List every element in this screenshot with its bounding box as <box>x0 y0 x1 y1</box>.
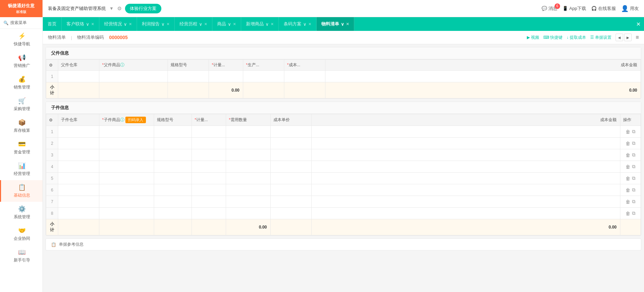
tab-operations[interactable]: 经营情况 ∨ ✕ <box>99 17 137 31</box>
sidebar-item-finance[interactable]: 💳 资金管理 <box>0 137 42 159</box>
child-goods-3[interactable] <box>99 149 154 161</box>
shortcut-action[interactable]: ⌨ 快捷键 <box>543 35 562 40</box>
tab-history[interactable]: 经营历程 ∨ ✕ <box>175 17 212 31</box>
child-unit-cost-5[interactable] <box>271 173 312 184</box>
parent-warehouse-cell[interactable] <box>58 71 99 82</box>
parent-unit-cell[interactable] <box>209 71 243 82</box>
child-unit-3[interactable] <box>192 149 226 161</box>
copy-row-3-btn[interactable]: ⧉ <box>632 152 635 158</box>
sidebar-item-marketing[interactable]: 📢 营销推广 <box>0 50 42 72</box>
sidebar-item-search[interactable]: 🔍 搜索菜单 <box>0 17 42 29</box>
tab-barcode-close[interactable]: ✕ <box>308 22 311 26</box>
child-qty-6[interactable] <box>226 184 271 196</box>
dropdown-arrow-icon[interactable]: ▼ <box>109 6 114 11</box>
tab-add-goods-close[interactable]: ✕ <box>271 22 274 26</box>
view-action[interactable]: ▶ 视频 <box>527 35 539 40</box>
child-spec-1[interactable] <box>154 126 192 138</box>
sidebar-item-basic-info[interactable]: 📋 基础信息 <box>0 180 42 202</box>
child-unit-cost-3[interactable] <box>271 149 312 161</box>
parent-cost-cell[interactable] <box>284 71 325 82</box>
copy-row-8-btn[interactable]: ⧉ <box>632 210 635 216</box>
tab-add-goods[interactable]: 新增商品 ∨ ✕ <box>241 17 279 31</box>
user-btn[interactable]: 👤 用友 <box>621 5 639 12</box>
child-qty-5[interactable] <box>226 173 271 184</box>
tab-bom[interactable]: 物料清单 ∨ ✕ <box>317 17 354 31</box>
single-settings-action[interactable]: ☰ 单据设置 <box>590 35 611 40</box>
child-warehouse-5[interactable] <box>58 173 99 184</box>
message-btn[interactable]: 💬 消息 6 <box>542 5 557 12</box>
tab-home[interactable]: 首页 <box>43 17 62 31</box>
tab-barcode[interactable]: 条码方案 ∨ ✕ <box>279 17 317 31</box>
copy-row-2-btn[interactable]: ⧉ <box>632 140 635 146</box>
child-unit-cost-1[interactable] <box>271 126 312 138</box>
child-spec-8[interactable] <box>154 208 192 219</box>
parent-goods-cell[interactable] <box>99 71 168 82</box>
child-col-settings[interactable]: ⚙ <box>46 114 58 126</box>
child-unit-cost-4[interactable] <box>271 161 312 173</box>
child-unit-cost-7[interactable] <box>271 196 312 208</box>
child-unit-6[interactable] <box>192 184 226 196</box>
delete-row-8-btn[interactable]: 🗑 <box>626 211 630 216</box>
child-warehouse-4[interactable] <box>58 161 99 173</box>
child-goods-8[interactable] <box>99 208 154 219</box>
child-qty-1[interactable] <box>226 126 271 138</box>
tab-operations-close[interactable]: ✕ <box>129 22 132 26</box>
child-goods-5[interactable] <box>99 173 154 184</box>
child-unit-4[interactable] <box>192 161 226 173</box>
child-spec-2[interactable] <box>154 138 192 149</box>
child-unit-cost-8[interactable] <box>271 208 312 219</box>
scan-input-btn[interactable]: 扫码录入 <box>125 117 146 123</box>
sidebar-item-enterprise[interactable]: 🤝 企业协同 <box>0 223 42 245</box>
tab-history-close[interactable]: ✕ <box>204 22 207 26</box>
child-qty-2[interactable] <box>226 138 271 149</box>
child-unit-7[interactable] <box>192 196 226 208</box>
child-gear-icon[interactable]: ⚙ <box>49 118 53 122</box>
parent-production-cell[interactable] <box>243 71 284 82</box>
child-spec-3[interactable] <box>154 149 192 161</box>
child-goods-2[interactable] <box>99 138 154 149</box>
gear-settings-icon[interactable]: ⚙ <box>49 63 53 68</box>
copy-row-7-btn[interactable]: ⧉ <box>632 199 635 205</box>
delete-row-5-btn[interactable]: 🗑 <box>626 176 630 181</box>
tab-goods-close[interactable]: ✕ <box>233 22 236 26</box>
child-spec-7[interactable] <box>154 196 192 208</box>
child-goods-7[interactable] <box>99 196 154 208</box>
child-unit-1[interactable] <box>192 126 226 138</box>
child-goods-6[interactable] <box>99 184 154 196</box>
app-download-btn[interactable]: 📱 App下载 <box>562 5 586 12</box>
parent-col-settings[interactable]: ⚙ <box>46 60 58 71</box>
tab-profit-close[interactable]: ✕ <box>166 22 170 26</box>
breadcrumb-bom-list[interactable]: 物料清单 <box>48 34 66 40</box>
copy-row-5-btn[interactable]: ⧉ <box>632 175 635 181</box>
child-warehouse-2[interactable] <box>58 138 99 149</box>
sidebar-item-guide[interactable]: 📖 新手引导 <box>0 245 42 267</box>
trial-btn[interactable]: 体验行业方案 <box>125 4 161 13</box>
sidebar-item-sales[interactable]: 💰 销售管理 <box>0 72 42 94</box>
child-unit-5[interactable] <box>192 173 226 184</box>
copy-row-6-btn[interactable]: ⧉ <box>632 187 635 193</box>
delete-row-7-btn[interactable]: 🗑 <box>626 199 630 205</box>
copy-row-4-btn[interactable]: ⧉ <box>632 164 635 170</box>
child-warehouse-8[interactable] <box>58 208 99 219</box>
child-spec-5[interactable] <box>154 173 192 184</box>
child-warehouse-3[interactable] <box>58 149 99 161</box>
delete-row-1-btn[interactable]: 🗑 <box>626 129 630 135</box>
tab-profit[interactable]: 利润报告 ∨ ✕ <box>137 17 175 31</box>
child-spec-4[interactable] <box>154 161 192 173</box>
child-qty-8[interactable] <box>226 208 271 219</box>
child-unit-2[interactable] <box>192 138 226 149</box>
child-warehouse-7[interactable] <box>58 196 99 208</box>
sidebar-item-inventory[interactable]: 📦 库存核算 <box>0 115 42 137</box>
nav-prev-btn[interactable]: ◀ <box>616 34 623 41</box>
settings-gear-icon[interactable]: ⚙ <box>117 5 122 12</box>
list-view-icon[interactable]: ≡ <box>636 34 639 40</box>
tab-goods[interactable]: 商品 ∨ ✕ <box>212 17 241 31</box>
close-all-tabs-btn[interactable]: ✕ <box>633 21 644 27</box>
child-goods-1[interactable] <box>99 126 154 138</box>
child-warehouse-1[interactable] <box>58 126 99 138</box>
child-unit-cost-2[interactable] <box>271 138 312 149</box>
extract-cost-action[interactable]: ↓ 提取成本 <box>567 35 586 40</box>
child-spec-6[interactable] <box>154 184 192 196</box>
copy-row-1-btn[interactable]: ⧉ <box>632 129 635 135</box>
nav-next-btn[interactable]: ▶ <box>624 34 632 41</box>
